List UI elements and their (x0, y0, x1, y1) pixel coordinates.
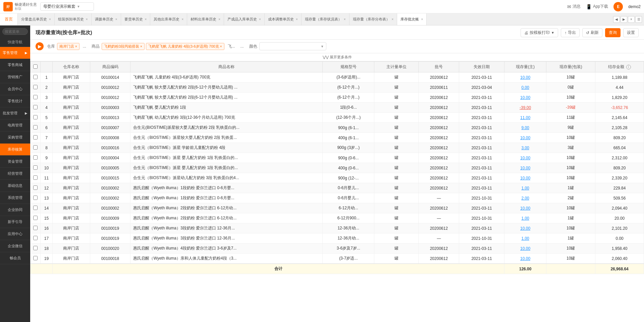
row-stock-main[interactable]: 0.00 (504, 83, 546, 93)
sidebar-item-retail[interactable]: 零售管理 ▶ (0, 47, 30, 59)
select-all-checkbox[interactable] (33, 64, 38, 69)
tab-item-0[interactable]: 分量盘点单历史 × (18, 13, 55, 25)
sidebar-item-enterprise[interactable]: 企业协同 (0, 204, 30, 216)
row-stock-main[interactable]: 3.00 (504, 143, 546, 153)
sidebar-item-app-center[interactable]: 应用中心 (0, 228, 30, 240)
tab-item-6[interactable]: 产成品入库单历史 × (224, 13, 265, 25)
row-stock-main[interactable]: 10.00 (504, 173, 546, 183)
row-checkbox[interactable] (31, 233, 41, 244)
print-button[interactable]: 🖨 按模板打印 ▼ (521, 28, 558, 37)
tab-item-8[interactable]: 现存量（库存状况表） × (302, 13, 350, 25)
refresh-button[interactable]: ↺ 刷新 (582, 28, 602, 37)
sidebar-item-purchase[interactable]: 采购管理 (0, 131, 30, 144)
sidebar-item-guide[interactable]: 新手引导 (0, 216, 30, 228)
row-checkbox[interactable] (31, 72, 41, 83)
warehouse-tag-close[interactable]: × (75, 45, 77, 48)
row-checkbox[interactable] (31, 113, 41, 123)
product-dots-btn[interactable]: ... (238, 43, 246, 49)
row-stock-main[interactable]: 10.00 (504, 133, 546, 143)
sidebar-item-quick-nav[interactable]: 快捷导航 (0, 38, 30, 47)
warehouse-tag[interactable]: 南岸门店 × (57, 43, 79, 50)
tab-item-1[interactable]: 组装拆卸单历史 × (55, 13, 92, 25)
sidebar-item-wholesale[interactable]: 批发管理 ▶ (0, 107, 30, 119)
sidebar-item-wechat[interactable]: 企业微信 (0, 240, 30, 252)
row-checkbox[interactable] (31, 123, 41, 133)
sidebar-item-inventory[interactable]: 库存核算 (0, 144, 30, 156)
row-stock-main[interactable]: 11.00 (504, 113, 546, 123)
row-checkbox[interactable] (31, 103, 41, 113)
filter-toggle-button[interactable]: ▶ (36, 42, 44, 50)
row-checkbox[interactable] (31, 254, 41, 264)
tab-item-3[interactable]: 要货单历史 × (121, 13, 151, 25)
product-tag-1-close[interactable]: × (220, 45, 222, 48)
sidebar-item-mall[interactable]: 零售商城 (0, 59, 30, 71)
row-stock-main[interactable]: 10.00 (504, 203, 546, 213)
row-stock-main[interactable]: 1.00 (504, 233, 546, 244)
sidebar-item-member[interactable]: 会员中心 (0, 83, 30, 95)
tab-close-9[interactable]: × (392, 17, 394, 21)
user-avatar[interactable]: E (613, 2, 623, 11)
col-checkbox[interactable] (31, 62, 41, 72)
sidebar-item-management[interactable]: 经营管理 (0, 168, 30, 180)
row-checkbox[interactable] (31, 183, 41, 193)
row-stock-main[interactable]: 10.00 (504, 72, 546, 83)
expand-more-button[interactable]: ⋁⋁ 展开更多条件 (323, 55, 352, 60)
row-checkbox[interactable] (31, 93, 41, 103)
row-checkbox[interactable] (31, 244, 41, 254)
row-stock-main[interactable]: 10.00 (504, 153, 546, 163)
tab-close-3[interactable]: × (145, 17, 147, 21)
query-button[interactable]: 查询 (605, 28, 621, 37)
tab-item-10[interactable]: 库存批次账 × (397, 13, 427, 25)
app-download-button[interactable]: 📱 App下载 (586, 4, 608, 9)
row-checkbox[interactable] (31, 163, 41, 173)
warehouse-more-btn[interactable]: ... (81, 43, 88, 49)
row-checkbox[interactable] (31, 173, 41, 183)
sidebar-item-retail-stats[interactable]: 零售统计 (0, 95, 30, 107)
tab-item-7[interactable]: 成本调整单历史 × (265, 13, 302, 25)
tab-close-7[interactable]: × (296, 17, 298, 21)
settings-button[interactable]: 设置 (623, 28, 639, 37)
tab-close-1[interactable]: × (86, 17, 88, 21)
row-checkbox[interactable] (31, 203, 41, 213)
row-checkbox[interactable] (31, 143, 41, 153)
sidebar-item-marketing[interactable]: 营销推广 (0, 71, 30, 83)
row-stock-main[interactable]: 1.00 (504, 213, 546, 223)
sidebar-item-finance[interactable]: 资金管理 (0, 156, 30, 168)
row-stock-main[interactable]: 2.00 (504, 193, 546, 203)
row-stock-main[interactable]: 10.00 (504, 223, 546, 233)
row-checkbox[interactable] (31, 193, 41, 203)
sidebar-item-ecommerce[interactable]: 电商管理 (0, 119, 30, 131)
tab-home[interactable]: 首页 (0, 13, 18, 25)
sidebar-item-basic-info[interactable]: 基础信息 (0, 180, 30, 192)
tab-next-button[interactable]: ▶ (621, 16, 627, 23)
product-tag-0[interactable]: 飞鹤奶粉3段丙箱搭装 × (102, 43, 145, 50)
product-tag-1[interactable]: 飞鹤星飞帆 儿童奶粉 4段(3-6岁适用) 700克 × (146, 43, 224, 50)
product-more[interactable]: 飞... (226, 43, 237, 50)
tab-close-6[interactable]: × (259, 17, 261, 21)
tab-close-4[interactable]: × (181, 17, 183, 21)
messages-button[interactable]: ✉ 消息 (567, 4, 581, 9)
row-checkbox[interactable] (31, 213, 41, 223)
row-stock-main[interactable]: -39.00 (504, 103, 546, 113)
tab-item-9[interactable]: 现存量（库存分布表） × (350, 13, 397, 25)
row-stock-main[interactable]: 10.00 (504, 254, 546, 264)
tab-close-10[interactable]: × (421, 17, 423, 21)
sidebar-item-system[interactable]: 系统管理 (0, 192, 30, 204)
tab-close-5[interactable]: × (218, 17, 220, 21)
export-button[interactable]: ↑ 导出 (561, 28, 580, 37)
store-selector[interactable]: 母婴行业演示账套 ▼ (40, 2, 94, 11)
tab-close-all-button[interactable]: × (628, 16, 635, 23)
balance-info-icon[interactable]: i (626, 65, 631, 69)
tab-prev-button[interactable]: ◀ (613, 16, 620, 23)
tab-close-0[interactable]: × (49, 17, 51, 21)
tab-menu-button[interactable]: ☰ (635, 16, 642, 23)
sidebar-item-member2[interactable]: 畅会员 (0, 252, 30, 264)
search-input[interactable] (2, 28, 28, 35)
tab-item-4[interactable]: 其他出库单历史 × (150, 13, 187, 25)
row-checkbox[interactable] (31, 153, 41, 163)
row-stock-main[interactable]: 1.00 (504, 183, 546, 193)
product-tag-0-close[interactable]: × (140, 45, 142, 48)
row-stock-main[interactable]: 10.00 (504, 93, 546, 103)
tab-item-5[interactable]: 材料出库单历史 × (187, 13, 224, 25)
row-checkbox[interactable] (31, 83, 41, 93)
